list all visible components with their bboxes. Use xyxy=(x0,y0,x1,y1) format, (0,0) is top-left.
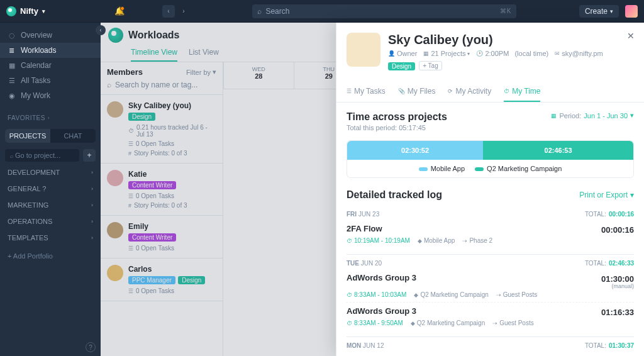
help-button[interactable]: ? xyxy=(86,342,96,352)
chevron-right-icon: › xyxy=(91,218,93,225)
sidebar-item-my-work[interactable]: ◉My Work xyxy=(0,88,101,103)
notifications-icon[interactable]: 🔔 xyxy=(114,6,125,16)
sidebar-item-calendar[interactable]: ▦Calendar xyxy=(0,58,101,73)
user-email[interactable]: ✉sky@nifty.pm xyxy=(555,50,602,57)
create-button[interactable]: Create ▾ xyxy=(579,5,619,18)
log-title: Detailed tracked log xyxy=(347,189,442,201)
nav-icon: ◉ xyxy=(8,92,16,100)
history-nav: ‹ › xyxy=(162,5,190,18)
chevron-right-icon: › xyxy=(91,202,93,208)
chevron-down-icon: ▾ xyxy=(42,8,45,14)
entry-duration: 01:16:33 xyxy=(601,308,634,317)
entry-project[interactable]: ◆Q2 Marketing Campaign xyxy=(411,320,485,326)
entry-milestone[interactable]: ⇢Guest Posts xyxy=(492,320,533,326)
bar-segment-mobile-app[interactable]: 02:30:52 xyxy=(347,141,483,160)
sidebar-item-all-tasks[interactable]: ☰All Tasks xyxy=(0,73,101,88)
favorites-section-label[interactable]: FAVORITES › xyxy=(0,108,101,125)
sidebar-tabs: PROJECTS CHAT xyxy=(5,129,96,143)
chevron-down-icon: ▾ xyxy=(630,191,634,199)
tab-projects[interactable]: PROJECTS xyxy=(5,129,50,143)
time-section-subtitle: Total this period: 05:17:45 xyxy=(347,124,447,131)
chevron-right-icon: › xyxy=(91,186,93,192)
project-group[interactable]: OPERATIONS› xyxy=(0,213,101,230)
entry-title: AdWords Group 3 xyxy=(347,306,416,318)
entry-duration: 01:30:00 xyxy=(601,274,634,284)
search-icon: ⌕ xyxy=(10,153,13,159)
time-bar-chart: 02:30:52 02:46:53 Mobile App Q2 Marketin… xyxy=(347,140,634,178)
tab-my-files[interactable]: 📎My Files xyxy=(398,82,436,102)
log-day-header: FRI JUN 23TOTAL:00:00:16 xyxy=(347,206,634,220)
project-group[interactable]: GENERAL ?› xyxy=(0,181,101,197)
tab-my-time[interactable]: ⏱My Time xyxy=(504,82,540,102)
collapse-sidebar-button[interactable]: ‹ xyxy=(96,25,106,35)
manual-label: (manual) xyxy=(601,283,634,289)
entry-time-range: ⏱8:33AM - 9:50AM xyxy=(347,320,403,326)
entry-milestone[interactable]: ⇢Guest Posts xyxy=(496,291,537,298)
user-name: Sky Calibey (you) xyxy=(388,33,603,47)
current-user-avatar[interactable] xyxy=(625,5,638,18)
project-group[interactable]: TEMPLATES› xyxy=(0,230,101,246)
user-avatar xyxy=(347,33,380,67)
entry-project[interactable]: ◆Mobile App xyxy=(418,237,455,244)
legend-item: Q2 Marketing Campaign xyxy=(475,165,562,172)
search-placeholder: Search xyxy=(265,7,289,16)
log-entry[interactable]: 2FA Flow 00:00:16 ⏱10:19AM - 10:19AM ◆Mo… xyxy=(347,220,634,248)
bar-segment-q2-marketing[interactable]: 02:46:53 xyxy=(483,141,633,160)
add-tag-button[interactable]: + Tag xyxy=(419,61,442,70)
log-day-header: TUE JUN 20TOTAL:02:46:33 xyxy=(347,254,634,269)
project-group[interactable]: DEVELOPMENT› xyxy=(0,164,101,181)
chevron-down-icon: ▾ xyxy=(630,111,634,120)
content-area: Workloads Timeline View List View Member… xyxy=(101,23,644,356)
topbar: Nifty ▾ 🔔 ‹ › ⌕ Search ⌘K Create ▾ xyxy=(0,0,644,23)
entry-duration: 00:00:16 xyxy=(601,225,634,235)
brand-logo-icon xyxy=(6,6,16,16)
user-role: 👤Owner xyxy=(388,50,417,57)
tab-my-activity[interactable]: ⟳My Activity xyxy=(448,82,491,102)
brand[interactable]: Nifty ▾ xyxy=(6,6,45,16)
print-export-button[interactable]: Print or Export▾ xyxy=(579,191,634,199)
entry-time-range: ⏱8:33AM - 10:03AM xyxy=(347,291,406,298)
sidebar-item-overview[interactable]: ◌Overview xyxy=(0,28,101,43)
search-icon: ⌕ xyxy=(257,7,262,16)
back-button[interactable]: ‹ xyxy=(162,5,175,18)
log-entry[interactable]: 3 Productivity Hacks 00:00:19 ⏱2:49PM - … xyxy=(347,352,634,356)
entry-title: AdWords Group 3 xyxy=(347,273,416,289)
nav-icon: ▦ xyxy=(8,62,16,70)
add-project-button[interactable]: + xyxy=(83,149,96,162)
log-entry[interactable]: AdWords Group 3 01:16:33 ⏱8:33AM - 9:50A… xyxy=(347,302,634,330)
tab-my-tasks[interactable]: ☰My Tasks xyxy=(347,82,386,102)
project-group[interactable]: MARKETING› xyxy=(0,197,101,213)
tab-chat[interactable]: CHAT xyxy=(50,129,96,143)
brand-label: Nifty xyxy=(20,6,38,16)
nav-icon: ◌ xyxy=(8,31,16,40)
user-detail-panel: ✕ Sky Calibey (you) 👤Owner ▦21 Projects … xyxy=(336,23,644,356)
time-section-title: Time across projects xyxy=(347,111,447,123)
chevron-right-icon: › xyxy=(48,115,50,121)
entry-milestone[interactable]: ⇢Phase 2 xyxy=(462,237,492,244)
goto-project-input[interactable]: ⌕ Go to project... xyxy=(5,149,79,162)
search-shortcut: ⌘K xyxy=(500,8,512,14)
period-selector[interactable]: ▦ Period: Jun 1 - Jun 30 ▾ xyxy=(551,111,634,120)
user-local-time: 🕑2:00PM (local time) xyxy=(476,50,548,57)
chevron-right-icon: › xyxy=(91,169,93,175)
chevron-down-icon: ▾ xyxy=(610,8,613,14)
forward-button[interactable]: › xyxy=(177,5,190,18)
entry-time-range: ⏱10:19AM - 10:19AM xyxy=(347,237,410,244)
log-entry[interactable]: AdWords Group 3 01:30:00(manual) ⏱8:33AM… xyxy=(347,269,634,302)
entry-title: 2FA Flow xyxy=(347,224,382,235)
global-search[interactable]: ⌕ Search ⌘K xyxy=(252,4,516,18)
chevron-right-icon: › xyxy=(91,235,93,241)
user-projects[interactable]: ▦21 Projects ▾ xyxy=(423,50,470,57)
entry-project[interactable]: ◆Q2 Marketing Campaign xyxy=(414,291,488,298)
calendar-icon: ▦ xyxy=(551,113,557,119)
sidebar-item-workloads[interactable]: ≣Workloads xyxy=(0,43,101,58)
role-tag: Design xyxy=(388,62,415,70)
legend-item: Mobile App xyxy=(419,165,465,172)
nav-icon: ☰ xyxy=(8,77,16,85)
sidebar: ‹ ◌Overview≣Workloads▦Calendar☰All Tasks… xyxy=(0,23,101,356)
log-day-header: MON JUN 12TOTAL:01:30:37 xyxy=(347,337,634,352)
add-portfolio-button[interactable]: + Add Portfolio xyxy=(0,246,101,266)
nav-icon: ≣ xyxy=(8,47,16,55)
